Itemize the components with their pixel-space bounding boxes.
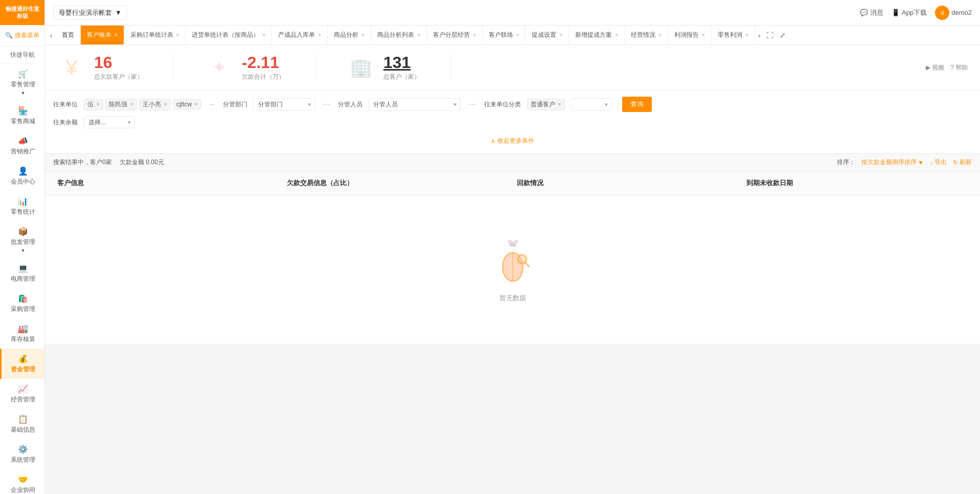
top-header: 母婴行业演示帐套 ▼ 💬 消息 📱 App下载 d demo2 xyxy=(45,0,980,26)
export-button[interactable]: ↓ 导出 xyxy=(930,158,947,167)
message-button[interactable]: 💬 消息 xyxy=(860,8,883,17)
tab-customer-segment[interactable]: 客户分层经营× xyxy=(427,26,483,44)
tag-remove-btn[interactable]: × xyxy=(130,101,133,108)
avatar: d xyxy=(935,6,949,20)
result-debt: 欠款金额 0.00元 xyxy=(120,159,164,166)
stat-total-all-customers: 🏢 131 总客户（家） xyxy=(347,53,451,82)
person-select-wrap: 分管人员 xyxy=(369,98,461,110)
tab-close-inbound-stat[interactable]: × xyxy=(262,32,265,38)
expand-icon-batch-mgmt: ▼ xyxy=(21,248,26,253)
sidebar-item-member-center[interactable]: 👤 会员中心 xyxy=(0,161,44,191)
stat-actions: ▶ 视频 ? 帮助 xyxy=(926,63,968,72)
user-menu[interactable]: d demo2 xyxy=(935,6,972,20)
sidebar-item-operations[interactable]: 📈 经营管理 xyxy=(0,379,44,409)
tab-label-customer-contact: 客户联络 xyxy=(489,31,513,39)
help-icon: ? xyxy=(950,64,954,71)
tab-close-reminder-settings[interactable]: × xyxy=(559,32,562,38)
tab-retail-profit[interactable]: 零售利润× xyxy=(712,26,755,44)
tab-scroll-right[interactable]: › xyxy=(755,27,764,43)
sidebar-icon-retail-mall: 🏪 xyxy=(18,106,28,116)
tab-product-analysis[interactable]: 商品分析× xyxy=(328,26,371,44)
building-icon: 🏢 xyxy=(347,53,375,82)
class-tag-remove-btn[interactable]: × xyxy=(558,101,561,108)
tab-close-retail-profit[interactable]: × xyxy=(745,32,748,38)
download-icon: 📱 xyxy=(892,9,900,16)
tab-home[interactable]: 首页 xyxy=(56,26,81,44)
stat-total-debt: ✦ -2.11 欠款合计（万） xyxy=(205,53,316,82)
account-selector[interactable]: 母婴行业演示帐套 ▼ xyxy=(53,6,127,20)
sidebar-label-batch-mgmt: 批发管理 xyxy=(11,238,35,246)
table-header-col-0: 客户信息 xyxy=(53,176,283,190)
video-link[interactable]: ▶ 视频 xyxy=(926,63,944,72)
tab-inbound-stat[interactable]: 进货单统计表（按商品）× xyxy=(186,26,272,44)
sidebar-item-basic-info[interactable]: 📋 基础信息 xyxy=(0,409,44,439)
sidebar-item-batch-mgmt[interactable]: 📦 批发管理 ▼ xyxy=(0,221,44,258)
tab-customer-contact[interactable]: 客户联络× xyxy=(483,26,526,44)
page-content: ¥ 16 总欠款客户（家） ✦ -2.11 欠款合计（万） 🏢 xyxy=(45,45,980,494)
sidebar: 畅捷通好生意 标版 🔍 搜索菜单 快捷导航 🛒 零售管理 ▼ 🏪 零售商城 📣 … xyxy=(0,0,45,494)
search-button[interactable]: 查询 xyxy=(622,97,652,112)
tab-purchase-order[interactable]: 采购订单统计表× xyxy=(124,26,186,44)
tab-production-inbound[interactable]: 产成品入库单× xyxy=(272,26,328,44)
tab-close-customer-segment[interactable]: × xyxy=(473,32,476,38)
tab-scroll-left[interactable]: ‹ xyxy=(47,27,56,43)
sidebar-icon-inventory: 🏭 xyxy=(18,324,28,333)
empty-illustration: 🐭 xyxy=(487,236,538,287)
tag-remove-btn[interactable]: × xyxy=(164,101,167,108)
sort-select[interactable]: 按欠款金额倒序排序 ▼ xyxy=(861,158,924,167)
tab-close-product-analysis-list[interactable]: × xyxy=(417,32,420,38)
debt-icon: ✦ xyxy=(205,53,234,82)
tab-new-plan[interactable]: 新增提成方案× xyxy=(569,26,625,44)
unit-class-select[interactable] xyxy=(571,98,612,110)
balance-select[interactable]: 选择... xyxy=(84,116,135,128)
tab-label-product-analysis: 商品分析 xyxy=(334,31,358,39)
tab-close-purchase-order[interactable]: × xyxy=(176,32,179,38)
balance-select-wrap: 选择... xyxy=(84,116,135,128)
quick-nav-button[interactable]: 快捷导航 xyxy=(0,47,44,64)
result-bar: 搜索结果中，客户0家 欠款金额 0.00元 排序： 按欠款金额倒序排序 ▼ ↓ … xyxy=(45,154,980,171)
help-link[interactable]: ? 帮助 xyxy=(950,63,968,72)
dept-more-btn[interactable]: ··· xyxy=(321,99,332,110)
tag-remove-btn[interactable]: × xyxy=(96,101,100,108)
sidebar-item-finance[interactable]: 💰 资金管理 xyxy=(0,349,44,379)
sidebar-item-retail-stats[interactable]: 📊 零售统计 xyxy=(0,191,44,221)
dept-select[interactable]: 分管部门 xyxy=(254,98,315,110)
sidebar-item-marketing[interactable]: 📣 营销推广 xyxy=(0,131,44,161)
more-tags-btn[interactable]: ··· xyxy=(208,100,217,109)
filter-row-2: 往来余额 选择... xyxy=(53,116,972,128)
sidebar-item-enterprise-coop[interactable]: 🤝 企业协同 xyxy=(0,469,44,494)
tab-close-product-analysis[interactable]: × xyxy=(361,32,364,38)
dept-select-wrap: 分管部门 xyxy=(254,98,315,110)
tab-product-analysis-list[interactable]: 商品分析列表× xyxy=(371,26,427,44)
tab-close-profit-report[interactable]: × xyxy=(702,32,705,38)
header-left: 母婴行业演示帐套 ▼ xyxy=(53,6,127,20)
tab-close-new-plan[interactable]: × xyxy=(615,32,618,38)
sidebar-item-system[interactable]: ⚙️ 系统管理 xyxy=(0,439,44,469)
tab-close-customer-account[interactable]: × xyxy=(115,32,118,38)
tab-customer-account[interactable]: 客户账本× xyxy=(81,26,124,44)
tab-fullscreen[interactable]: ⤢ xyxy=(777,27,789,43)
sidebar-item-retail-mall[interactable]: 🏪 零售商城 xyxy=(0,101,44,131)
sidebar-item-inventory[interactable]: 🏭 库存核算 xyxy=(0,319,44,349)
refresh-button[interactable]: ↻ 刷新 xyxy=(953,158,972,167)
sidebar-item-retail-mgmt[interactable]: 🛒 零售管理 ▼ xyxy=(0,64,44,101)
search-menu-button[interactable]: 🔍 搜索菜单 xyxy=(3,29,41,42)
tab-label-product-analysis-list: 商品分析列表 xyxy=(377,31,414,39)
person-more-btn[interactable]: ··· xyxy=(467,99,477,110)
tab-close-production-inbound[interactable]: × xyxy=(318,32,321,38)
tab-close-customer-contact[interactable]: × xyxy=(516,32,519,38)
sidebar-item-ecommerce[interactable]: 💻 电商管理 xyxy=(0,258,44,288)
tab-expand[interactable]: ⛶ xyxy=(763,27,777,43)
person-select[interactable]: 分管人员 xyxy=(369,98,461,110)
collapse-button[interactable]: ∧ 收起更多条件 xyxy=(487,134,538,147)
app-download-button[interactable]: 📱 App下载 xyxy=(892,8,927,17)
tag-remove-btn[interactable]: × xyxy=(194,101,198,108)
sidebar-icon-enterprise-coop: 🤝 xyxy=(18,475,28,484)
tab-close-business-situation[interactable]: × xyxy=(658,32,662,38)
tab-reminder-settings[interactable]: 提成设置× xyxy=(526,26,569,44)
sort-label: 排序： xyxy=(837,158,855,167)
tab-business-situation[interactable]: 经营情况× xyxy=(625,26,668,44)
sidebar-icon-system: ⚙️ xyxy=(18,444,28,454)
tab-profit-report[interactable]: 利润报告× xyxy=(668,26,712,44)
sidebar-item-purchase[interactable]: 🛍️ 采购管理 xyxy=(0,288,44,319)
